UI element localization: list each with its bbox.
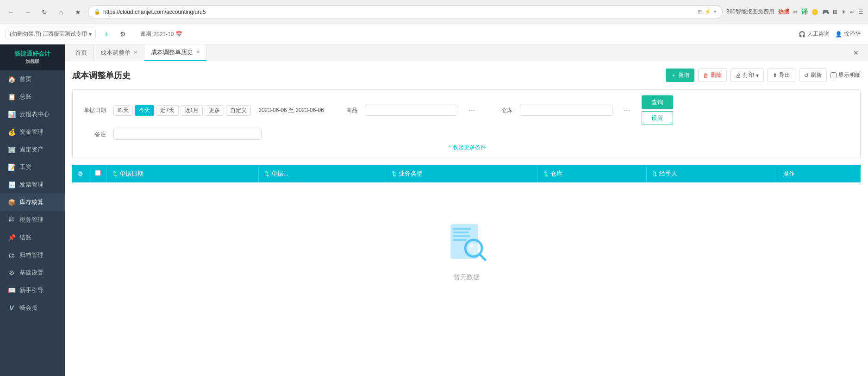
close-all-button[interactable]: ✕	[848, 49, 864, 56]
collapse-filter-button[interactable]: ⌃ 收起更多条件	[447, 144, 486, 151]
tab-cost-adjust[interactable]: 成本调整单 ✕	[94, 44, 144, 61]
sidebar-item-settings[interactable]: ⚙ 基础设置	[0, 264, 65, 282]
sidebar-item-ledger-label: 总账	[19, 93, 31, 101]
account-settings-icon[interactable]: ⚙	[116, 28, 129, 41]
search-set-group: 查询 设置	[642, 95, 673, 125]
browser-right-icons: 360智能抠图免费用 热搜 ✂ 译 🪙 🎮 ⊞ ☀ ↩ ☰	[726, 8, 863, 16]
date-yesterday-btn[interactable]: 昨天	[113, 105, 133, 116]
refresh-button[interactable]: ↻	[38, 6, 51, 19]
th-settings[interactable]: ⚙	[72, 165, 89, 182]
refresh-button[interactable]: ↺ 刷新	[799, 69, 827, 82]
th-handler-label: 经手人	[659, 169, 677, 178]
date-today-btn[interactable]: 今天	[135, 105, 154, 116]
th-handler[interactable]: ⇅ 经手人	[647, 165, 777, 182]
period-value: 2021-10	[153, 31, 174, 38]
collapse-label: 收起更多条件	[453, 144, 486, 151]
invoice-icon: 🧾	[7, 181, 16, 188]
select-all-checkbox[interactable]	[95, 170, 101, 176]
set-button[interactable]: 设置	[642, 111, 673, 125]
export-button[interactable]: ⬆ 导出	[768, 69, 795, 82]
sidebar-item-tax[interactable]: 🏛 税务管理	[0, 211, 65, 229]
warehouse-filter-label: 仓库	[487, 107, 512, 114]
svg-rect-1	[453, 228, 471, 230]
url-text: https://cloud.chanjet.com/accounting/uru…	[103, 9, 695, 15]
sidebar-item-archive-label: 归档管理	[19, 251, 44, 259]
forward-button[interactable]: →	[21, 6, 34, 19]
headphone-icon: 🎧	[799, 31, 806, 38]
svg-rect-2	[453, 232, 469, 233]
th-doc-no[interactable]: ⇅ 单据...	[259, 165, 386, 182]
sidebar-item-archive[interactable]: 🗂 归档管理	[0, 246, 65, 264]
hot-label: 热搜	[778, 8, 789, 16]
bookmark-button[interactable]: ★	[71, 6, 84, 19]
goods-filter-label: 商品	[331, 107, 357, 114]
remark-input[interactable]	[113, 129, 262, 140]
undo-icon: ↩	[850, 9, 855, 15]
add-button[interactable]: ＋ 新增	[666, 69, 694, 82]
date-7days-btn[interactable]: 近7天	[156, 105, 179, 116]
sidebar-item-home[interactable]: 🏠 首页	[0, 70, 65, 88]
date-1month-btn[interactable]: 近1月	[181, 105, 203, 116]
sidebar-item-salary-label: 工资	[19, 163, 31, 171]
user-profile-button[interactable]: 👤 徐泽华	[835, 30, 861, 38]
user-icon: 👤	[835, 31, 842, 38]
game-icon: 🎮	[822, 9, 829, 15]
search-button[interactable]: 查询	[642, 95, 673, 109]
sidebar-item-invoice[interactable]: 🧾 发票管理	[0, 176, 65, 194]
table-header-row: ⚙ ⇅ 单据日期	[72, 165, 861, 182]
th-biz-type[interactable]: ⇅ 业务类型	[386, 165, 537, 182]
warehouse-more-icon[interactable]: ···	[620, 106, 634, 115]
sidebar-item-vip[interactable]: V 畅会员	[0, 299, 65, 317]
th-date[interactable]: ⇅ 单据日期	[107, 165, 259, 182]
th-checkbox	[89, 165, 107, 182]
chevron-down-icon: ▾	[714, 9, 717, 15]
sidebar-item-settings-label: 基础设置	[19, 269, 44, 277]
fixed-assets-icon: 🏢	[7, 146, 16, 153]
tab-cost-adjust-close[interactable]: ✕	[133, 50, 137, 55]
empty-icon	[443, 219, 490, 266]
show-detail-checkbox-label[interactable]: 显示明细	[831, 71, 861, 79]
account-name: (勿删勿禁用) 江西服宝测试专用	[10, 30, 87, 38]
tab-cost-adjust-history[interactable]: 成本调整单历史 ✕	[144, 44, 207, 61]
date-more-btn[interactable]: 更多	[205, 105, 224, 116]
main-layout: 畅捷通好会计 旗舰版 🏠 首页 📋 总账 📊 云报表中心 💰 资金管理 🏢 固定…	[0, 44, 868, 376]
tab-home[interactable]: 首页	[69, 44, 94, 61]
account-dropdown-icon: ▾	[89, 31, 92, 38]
sidebar-item-inventory[interactable]: 📦 库存核算	[0, 194, 65, 211]
th-warehouse[interactable]: ⇅ 仓库	[537, 165, 647, 182]
sidebar-item-invoice-label: 发票管理	[19, 181, 44, 189]
show-detail-checkbox[interactable]	[831, 72, 837, 78]
warehouse-input[interactable]	[520, 105, 612, 116]
print-dropdown-icon: ▾	[756, 72, 759, 79]
sidebar-item-fixed-assets[interactable]: 🏢 固定资产	[0, 141, 65, 158]
coin-icon: 🪙	[812, 9, 818, 15]
sidebar-item-reports[interactable]: 📊 云报表中心	[0, 106, 65, 123]
goods-more-icon[interactable]: ···	[465, 106, 479, 115]
add-account-button[interactable]: +	[100, 28, 112, 41]
table-container: ⚙ ⇅ 单据日期	[72, 165, 861, 319]
customer-service-button[interactable]: 🎧 人工咨询	[799, 30, 830, 38]
sidebar-item-ledger[interactable]: 📋 总账	[0, 88, 65, 106]
sidebar-item-closing-label: 结账	[19, 233, 31, 242]
svg-rect-3	[453, 235, 470, 237]
delete-button[interactable]: 🗑 删除	[698, 69, 727, 82]
back-button[interactable]: ←	[5, 6, 18, 19]
goods-input[interactable]	[365, 105, 457, 116]
tab-cost-adjust-label: 成本调整单	[100, 49, 131, 57]
ssl-icon: 🔒	[94, 9, 100, 15]
sidebar-item-guide[interactable]: 📖 新手引导	[0, 282, 65, 299]
page-title-bar: 成本调整单历史 ＋ 新增 🗑 删除 🖨 打印 ▾	[72, 69, 861, 82]
th-biz-type-label: 业务类型	[399, 169, 423, 178]
sidebar-item-salary[interactable]: 📝 工资	[0, 158, 65, 176]
user-name: 徐泽华	[844, 30, 861, 38]
account-selector[interactable]: (勿删勿禁用) 江西服宝测试专用 ▾	[6, 29, 96, 39]
page-content: 成本调整单历史 ＋ 新增 🗑 删除 🖨 打印 ▾	[65, 61, 868, 376]
date-custom-btn[interactable]: 自定义	[226, 105, 251, 116]
print-button[interactable]: 🖨 打印 ▾	[731, 69, 764, 82]
sidebar-item-vip-label: 畅会员	[19, 304, 37, 312]
sidebar-item-closing[interactable]: 📌 结账	[0, 229, 65, 246]
sidebar-item-capital[interactable]: 💰 资金管理	[0, 123, 65, 141]
tab-cost-adjust-history-close[interactable]: ✕	[196, 50, 200, 55]
address-bar[interactable]: 🔒 https://cloud.chanjet.com/accounting/u…	[88, 5, 723, 19]
home-button[interactable]: ⌂	[55, 6, 68, 19]
